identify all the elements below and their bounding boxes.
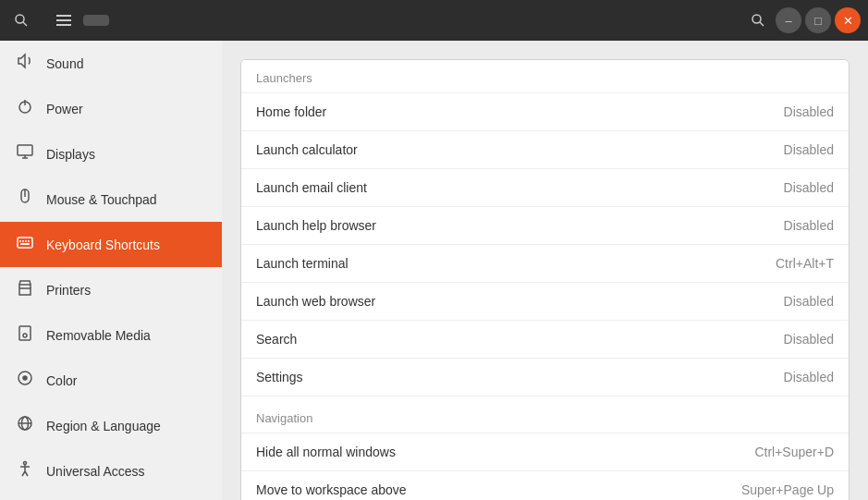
shortcut-name: Launch terminal (256, 256, 348, 271)
printers-icon (15, 278, 35, 301)
minimize-button[interactable]: – (776, 7, 801, 33)
sidebar-label-sound: Sound (46, 56, 83, 71)
color-icon (15, 369, 35, 392)
sidebar-item-displays[interactable]: Displays (0, 131, 222, 177)
shortcut-row[interactable]: Home folderDisabled (241, 92, 849, 130)
svg-rect-2 (56, 15, 71, 17)
shortcut-value[interactable]: Super+Page Up (741, 482, 834, 497)
shortcut-row[interactable]: Move to workspace aboveSuper+Page Up (241, 470, 849, 500)
shortcut-value[interactable]: Ctrl+Super+D (754, 445, 834, 459)
sidebar-item-power[interactable]: Power (0, 86, 222, 131)
sidebar-item-printers[interactable]: Printers (0, 267, 222, 312)
shortcut-value[interactable]: Disabled (784, 332, 834, 347)
sidebar-item-region-language[interactable]: Region & Language (0, 403, 222, 448)
shortcut-row[interactable]: Launch web browserDisabled (241, 282, 849, 320)
svg-rect-9 (18, 145, 32, 155)
shortcut-name: Move to workspace above (256, 482, 407, 497)
removable-media-icon (15, 323, 35, 347)
sidebar-item-sound[interactable]: Sound (0, 41, 222, 86)
titlebar-search-button[interactable] (7, 6, 35, 34)
titlebar-controls: – □ ✕ (744, 6, 861, 34)
universal-access-icon (15, 459, 35, 482)
shortcut-row[interactable]: Launch email clientDisabled (241, 168, 849, 206)
svg-rect-4 (56, 24, 71, 26)
sidebar-label-mouse-touchpad: Mouse & Touchpad (46, 192, 157, 207)
shortcut-row[interactable]: Launch help browserDisabled (241, 206, 849, 244)
shortcut-value[interactable]: Ctrl+Alt+T (776, 256, 834, 271)
sidebar-label-printers: Printers (46, 283, 91, 298)
shortcuts-card: LaunchersHome folderDisabledLaunch calcu… (240, 59, 850, 500)
svg-point-28 (24, 462, 27, 465)
svg-point-0 (16, 15, 24, 23)
sidebar-label-displays: Displays (46, 147, 95, 162)
sidebar-item-keyboard-shortcuts[interactable]: Keyboard Shortcuts (0, 222, 222, 267)
sidebar-item-color[interactable]: Color (0, 358, 222, 403)
section-header-navigation: Navigation (241, 396, 849, 433)
shortcut-name: Hide all normal windows (256, 445, 396, 459)
power-icon (15, 97, 35, 120)
shortcut-value[interactable]: Disabled (784, 142, 834, 157)
displays-icon (15, 142, 35, 165)
search-icon-right[interactable] (744, 6, 772, 34)
svg-point-24 (23, 376, 27, 380)
svg-line-6 (760, 22, 764, 26)
svg-rect-14 (18, 238, 32, 248)
shortcut-row[interactable]: Hide all normal windowsCtrl+Super+D (241, 433, 849, 470)
sidebar-item-mouse-touchpad[interactable]: Mouse & Touchpad (0, 177, 222, 222)
svg-line-32 (25, 471, 28, 476)
titlebar-left (7, 6, 744, 34)
svg-point-22 (23, 334, 27, 337)
main-layout: SoundPowerDisplaysMouse & TouchpadKeyboa… (0, 41, 868, 500)
shortcut-value[interactable]: Disabled (784, 218, 834, 233)
shortcut-value[interactable]: Disabled (784, 180, 834, 195)
shortcut-value[interactable]: Disabled (784, 294, 834, 309)
shortcut-name: Home folder (256, 104, 326, 119)
hamburger-button[interactable] (50, 6, 78, 34)
shortcut-row[interactable]: Launch terminalCtrl+Alt+T (241, 244, 849, 282)
mouse-touchpad-icon (15, 188, 35, 211)
sound-icon (15, 52, 35, 75)
shortcut-row[interactable]: SettingsDisabled (241, 358, 849, 396)
sidebar-label-color: Color (46, 373, 77, 388)
sidebar-label-power: Power (46, 102, 83, 116)
shortcut-name: Launch help browser (256, 218, 376, 233)
titlebar: – □ ✕ (0, 0, 868, 41)
sidebar-label-universal-access: Universal Access (46, 464, 145, 479)
keyboard-shortcuts-icon (15, 233, 35, 256)
shortcut-value[interactable]: Disabled (784, 104, 834, 119)
region-language-icon (15, 414, 35, 437)
shortcut-name: Launch web browser (256, 294, 375, 309)
section-header-launchers: Launchers (241, 60, 849, 92)
sidebar-label-keyboard-shortcuts: Keyboard Shortcuts (46, 238, 160, 252)
shortcut-row[interactable]: SearchDisabled (241, 320, 849, 358)
sidebar-label-removable-media: Removable Media (46, 328, 151, 343)
shortcut-value[interactable]: Disabled (784, 370, 834, 384)
svg-point-5 (752, 15, 761, 23)
svg-line-1 (23, 22, 27, 26)
svg-rect-3 (56, 19, 71, 21)
shortcut-name: Launch email client (256, 180, 367, 195)
svg-line-31 (22, 471, 25, 476)
sidebar-item-removable-media[interactable]: Removable Media (0, 312, 222, 358)
content-area: LaunchersHome folderDisabledLaunch calcu… (222, 41, 868, 500)
maximize-button[interactable]: □ (805, 7, 831, 33)
shortcut-row[interactable]: Launch calculatorDisabled (241, 130, 849, 168)
sidebar-label-region-language: Region & Language (46, 419, 161, 433)
shortcut-name: Launch calculator (256, 142, 358, 157)
shortcut-name: Search (256, 332, 297, 347)
sidebar-item-universal-access[interactable]: Universal Access (0, 448, 222, 494)
sidebar-item-users[interactable]: Users (0, 494, 222, 500)
close-button[interactable]: ✕ (835, 7, 861, 33)
svg-rect-20 (19, 288, 31, 295)
shortcut-name: Settings (256, 370, 303, 384)
sidebar: SoundPowerDisplaysMouse & TouchpadKeyboa… (0, 41, 222, 500)
reset-all-button[interactable] (83, 15, 109, 26)
